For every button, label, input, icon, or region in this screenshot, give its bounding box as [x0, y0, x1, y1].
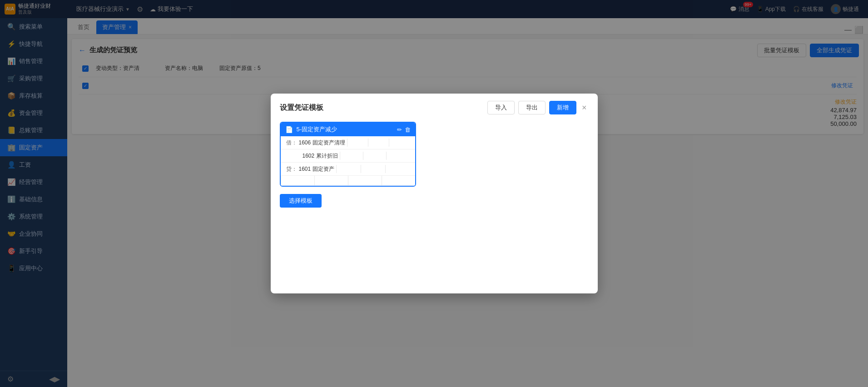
export-button[interactable]: 导出 [518, 101, 546, 114]
entry-account-2: 1602 累计折旧 [303, 152, 338, 160]
select-template-btn-wrap: 选择模板 [280, 194, 589, 208]
template-card: 📄 5-固定资产减少 ✏ 🗑 借： 1606 固定资产清理 [280, 122, 416, 187]
template-entry-3: 贷： 1601 固定资产 [281, 163, 415, 176]
modal-header: 设置凭证模板 导入 导出 新增 × [271, 94, 598, 114]
template-entry-2: 1602 累计折旧 [281, 149, 415, 163]
modal-header-actions: 导入 导出 新增 × [487, 101, 589, 114]
template-entry-1: 借： 1606 固定资产清理 [281, 136, 415, 149]
template-card-header: 📄 5-固定资产减少 ✏ 🗑 [281, 123, 415, 136]
entry-type-3: 贷： [286, 165, 297, 173]
select-template-button[interactable]: 选择模板 [280, 194, 322, 208]
template-empty-row [281, 176, 415, 186]
template-card-body: 借： 1606 固定资产清理 1602 累计折旧 [281, 136, 415, 186]
template-card-actions: ✏ 🗑 [397, 126, 411, 133]
modal-overlay: 设置凭证模板 导入 导出 新增 × 📄 5-固定资产减少 ✏ 🗑 [0, 0, 868, 387]
delete-template-button[interactable]: 🗑 [405, 126, 411, 133]
entry-type-1: 借： [286, 139, 297, 147]
import-button[interactable]: 导入 [487, 101, 515, 114]
modal-body: 📄 5-固定资产减少 ✏ 🗑 借： 1606 固定资产清理 [271, 114, 598, 293]
modal-close-button[interactable]: × [580, 102, 589, 114]
entry-account-3: 1601 固定资产 [299, 165, 334, 173]
new-template-button[interactable]: 新增 [549, 101, 576, 114]
template-card-title: 5-固定资产减少 [297, 125, 393, 134]
edit-template-button[interactable]: ✏ [397, 126, 402, 133]
modal-title: 设置凭证模板 [280, 103, 323, 113]
template-doc-icon: 📄 [285, 126, 293, 133]
entry-account-1: 1606 固定资产清理 [299, 139, 345, 147]
voucher-template-modal: 设置凭证模板 导入 导出 新增 × 📄 5-固定资产减少 ✏ 🗑 [271, 94, 598, 293]
